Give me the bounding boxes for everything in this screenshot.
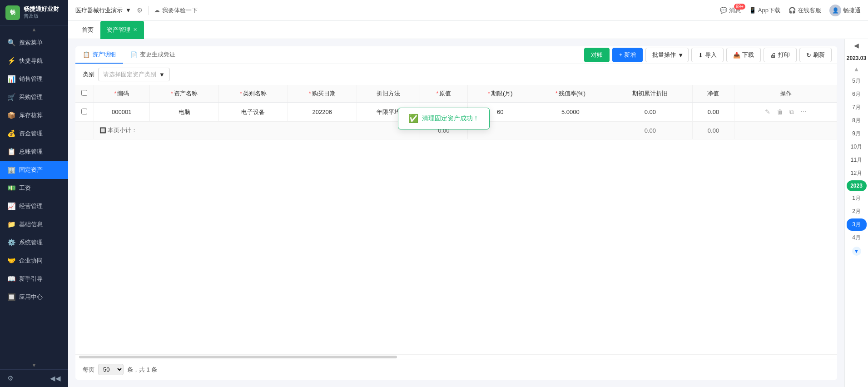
settings-gear-icon[interactable]: ⚙ — [137, 6, 143, 15]
message-badge: 99+ — [734, 4, 745, 10]
app-download-label: App下载 — [758, 6, 780, 15]
tab-close-icon[interactable]: ✕ — [133, 27, 137, 33]
tab-asset[interactable]: 资产管理 ✕ — [100, 21, 144, 39]
th-depreciation-method: 折旧方法 — [357, 85, 420, 103]
sidebar-item-basics[interactable]: 📁 基础信息 — [0, 215, 68, 233]
guide-icon: 📖 — [7, 275, 15, 283]
copy-action-btn[interactable]: ⧉ — [788, 107, 796, 117]
sidebar-item-label: 新手引导 — [19, 275, 43, 283]
experience-btn[interactable]: ☁ 我要体验一下 — [154, 6, 198, 15]
sidebar-item-fixed[interactable]: 🏢 固定资产 — [0, 161, 68, 179]
app-download-btn[interactable]: 📱 App下载 — [749, 6, 780, 15]
topbar-right: 💬 消息 99+ 📱 App下载 🎧 在线客服 👤 畅捷通 — [720, 5, 861, 16]
download-button[interactable]: 📥 下载 — [726, 48, 761, 62]
sales-icon: 📊 — [7, 75, 15, 83]
th-category: *类别名称 — [218, 85, 288, 103]
row-checkbox[interactable] — [81, 109, 87, 114]
cell-initial-accum-depreciation: 0.00 — [608, 103, 692, 122]
month-expand-icon[interactable]: ▼ — [852, 247, 861, 256]
batch-button[interactable]: 批量操作 ▼ — [645, 48, 689, 62]
user-menu[interactable]: 👤 畅捷通 — [829, 5, 861, 16]
pagination-bar: 每页 50 10 20 100 条，共 1 条 — [75, 359, 837, 380]
refresh-button[interactable]: ↻ 刷新 — [799, 48, 832, 62]
month-scroll-up[interactable]: ▲ — [852, 64, 861, 74]
month-item-4[interactable]: 4月 — [847, 232, 867, 244]
online-service-label: 在线客服 — [798, 6, 821, 15]
sub-tab-asset-detail[interactable]: 📋 资产明细 — [75, 46, 123, 64]
sidebar-item-operations[interactable]: 📈 经营管理 — [0, 197, 68, 215]
subtotal-empty-checkbox — [75, 122, 94, 139]
sidebar-item-label: 总账管理 — [19, 148, 43, 156]
per-page-label: 每页 — [83, 366, 94, 374]
cell-code: 000001 — [94, 103, 150, 122]
month-item-6[interactable]: 6月 — [847, 88, 867, 100]
th-purchase-date: *购买日期 — [288, 85, 357, 103]
sidebar-item-purchase[interactable]: 🛒 采购管理 — [0, 88, 68, 106]
main-area: 医疗器械行业演示 ▼ ⚙ ☁ 我要体验一下 💬 消息 99+ 📱 App下载 🎧… — [68, 0, 868, 387]
edit-action-btn[interactable]: ✎ — [763, 107, 772, 117]
sidebar-item-payroll[interactable]: 💵 工资 — [0, 179, 68, 197]
download-icon: 📥 — [733, 52, 740, 59]
settings-icon[interactable]: ⚙ — [7, 374, 13, 382]
sidebar-scroll-up[interactable]: ▲ — [0, 25, 68, 34]
per-page-select[interactable]: 50 10 20 100 — [98, 364, 124, 375]
company-selector[interactable]: 医疗器械行业演示 ▼ — [75, 6, 131, 15]
year-badge-2023[interactable]: 2023 — [847, 180, 867, 191]
tab-home[interactable]: 首页 — [75, 21, 100, 39]
print-button[interactable]: 🖨 打印 — [764, 48, 797, 62]
month-item-3-current[interactable]: 3月 — [847, 218, 867, 231]
inventory-icon: 📦 — [7, 111, 15, 119]
month-item-1[interactable]: 1月 — [847, 192, 867, 204]
message-icon: 💬 — [720, 7, 727, 14]
sidebar-item-capital[interactable]: 💰 资金管理 — [0, 124, 68, 143]
capital-icon: 💰 — [7, 129, 15, 138]
cell-net-value: 0.00 — [692, 103, 734, 122]
mobile-icon: 📱 — [749, 7, 756, 14]
new-button[interactable]: + 新增 — [612, 48, 643, 62]
category-filter-dropdown-icon: ▼ — [159, 71, 165, 78]
select-all-checkbox[interactable] — [81, 90, 87, 96]
message-btn[interactable]: 💬 消息 99+ — [720, 6, 741, 15]
category-filter-select[interactable]: 请选择固定资产类别 ▼ — [98, 68, 170, 81]
month-item-7[interactable]: 7月 — [847, 101, 867, 114]
reconcile-button[interactable]: 对账 — [584, 48, 610, 62]
payroll-icon: 💵 — [7, 184, 15, 192]
cell-original-value: ✅ 清理固定资产成功！ — [420, 103, 467, 122]
right-panel: ◀ 2023.03 ▲ 5月 6月 7月 8月 9月 10月 11月 12月 2… — [844, 39, 868, 387]
sidebar-item-search[interactable]: 🔍 搜索菜单 — [0, 34, 68, 52]
sidebar-item-quicknav[interactable]: ⚡ 快捷导航 — [0, 52, 68, 70]
app-subtitle: 普及版 — [24, 13, 59, 20]
month-item-9[interactable]: 9月 — [847, 128, 867, 140]
sidebar-item-sales[interactable]: 📊 销售管理 — [0, 70, 68, 88]
month-item-2[interactable]: 2月 — [847, 205, 867, 218]
basics-icon: 📁 — [7, 220, 15, 228]
month-item-11[interactable]: 11月 — [847, 154, 867, 166]
sidebar-item-collab[interactable]: 🤝 企业协同 — [0, 252, 68, 270]
month-item-12[interactable]: 12月 — [847, 167, 867, 179]
th-residual-rate: *残值率(%) — [533, 85, 608, 103]
topbar: 医疗器械行业演示 ▼ ⚙ ☁ 我要体验一下 💬 消息 99+ 📱 App下载 🎧… — [68, 0, 868, 21]
sidebar-item-inventory[interactable]: 📦 库存核算 — [0, 106, 68, 124]
right-panel-collapse-icon[interactable]: ◀ — [854, 42, 859, 49]
horizontal-scrollbar[interactable] — [79, 356, 397, 358]
subtotal-action — [734, 122, 837, 139]
purchase-icon: 🛒 — [7, 93, 15, 101]
success-toast: ✅ 清理固定资产成功！ — [398, 108, 490, 129]
sidebar-item-label: 工资 — [19, 184, 31, 192]
sub-tab-change-voucher[interactable]: 📄 变更生成凭证 — [123, 46, 183, 64]
month-item-8[interactable]: 8月 — [847, 114, 867, 127]
import-button[interactable]: ⬇ 导入 — [691, 48, 724, 62]
delete-action-btn[interactable]: 🗑 — [775, 107, 785, 117]
sidebar-item-apps[interactable]: 🔲 应用中心 — [0, 288, 68, 306]
apps-icon: 🔲 — [7, 293, 15, 301]
more-action-btn[interactable]: ⋯ — [799, 107, 808, 117]
sidebar-item-guide[interactable]: 📖 新手引导 — [0, 270, 68, 288]
sidebar-item-system[interactable]: ⚙️ 系统管理 — [0, 233, 68, 252]
collapse-icon[interactable]: ◀◀ — [50, 374, 61, 382]
month-item-5[interactable]: 5月 — [847, 75, 867, 87]
online-service-btn[interactable]: 🎧 在线客服 — [789, 6, 821, 15]
month-item-10[interactable]: 10月 — [847, 141, 867, 153]
cloud-icon: ☁ — [154, 7, 160, 14]
sidebar-item-ledger[interactable]: 📋 总账管理 — [0, 143, 68, 161]
sidebar-scroll-down[interactable]: ▼ — [0, 361, 68, 369]
